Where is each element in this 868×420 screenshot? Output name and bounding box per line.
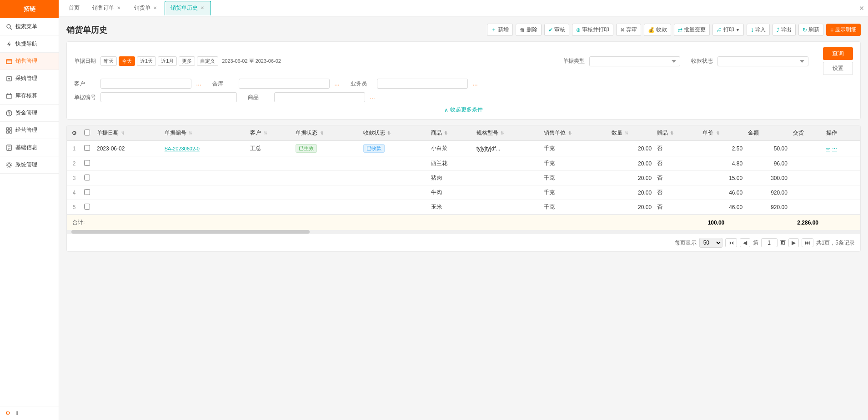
setting-button[interactable]: 设置 [823,62,853,75]
col-unit[interactable]: 销售单位 ⇅ [541,125,609,141]
cell-checkbox [81,141,94,156]
page-size-select[interactable]: 50 10 20 100 [699,238,722,248]
cell-doc-status: 已生效 [293,141,361,156]
cell-price: 15.00 [700,171,745,185]
col-pay-status[interactable]: 收款状态 ⇅ [361,125,428,141]
first-page-button[interactable]: ⏮ [725,238,737,247]
date-last7-btn[interactable]: 近1天 [137,56,156,66]
sidebar-item-purchase[interactable]: 采购管理 [0,70,59,87]
sort-icon: ⇅ [320,131,324,135]
row-checkbox[interactable] [84,175,90,180]
sidebar-item-basic-info[interactable]: 基础信息 [0,139,59,156]
date-last30-btn[interactable]: 近1月 [158,56,177,66]
col-price[interactable]: 单价 ⇅ [700,125,745,141]
abandon-button[interactable]: ✖ 弃审 [616,24,641,36]
cell-no [162,171,248,185]
col-spec[interactable]: 规格型号 ⇅ [474,125,542,141]
sidebar-item-operation[interactable]: 经营管理 [0,122,59,139]
refresh-button[interactable]: ↻ 刷新 [798,24,823,36]
warehouse-input[interactable] [239,79,330,89]
prev-page-button[interactable]: ◀ [740,238,750,247]
col-goods[interactable]: 商品 ⇅ [428,125,474,141]
delete-button[interactable]: 🗑 删除 [516,24,542,36]
doc-no-link[interactable]: SA-20230602-0 [165,146,200,151]
next-page-button[interactable]: ▶ [788,238,799,247]
cell-goods: 牛肉 [428,185,474,200]
date-custom-btn[interactable]: 自定义 [197,56,218,66]
sidebar-item-quick-nav[interactable]: 快捷导航 [0,35,59,53]
export-icon: ⤴ [777,27,779,33]
doc-type-select[interactable] [589,56,680,66]
receive-button[interactable]: 💰 收款 [644,24,671,36]
row-checkbox[interactable] [84,189,90,195]
export-button[interactable]: ⤴ 导出 [773,24,796,36]
cell-amount: 300.00 [745,171,790,185]
row-checkbox[interactable] [84,204,90,210]
goods-input[interactable] [274,92,365,102]
warehouse-dots[interactable]: … [334,80,340,87]
col-gift[interactable]: 赠品 ⇅ [654,125,700,141]
sidebar-item-inventory[interactable]: 库存核算 [0,87,59,105]
window-close-icon[interactable]: ✕ [859,5,864,12]
goods-dots[interactable]: … [370,94,375,100]
col-goods-label: 商品 [431,130,442,136]
tab-close-sales-delivery[interactable]: ✕ [152,5,158,11]
horizontal-scrollbar[interactable] [67,230,860,234]
cell-checkbox [81,200,94,215]
refresh-icon: ↻ [803,27,807,33]
last-page-button[interactable]: ⏭ [802,238,813,247]
sidebar-item-sales[interactable]: 销售管理 [0,53,59,70]
row-checkbox[interactable] [84,160,90,166]
audit-button[interactable]: ✔ 审核 [544,24,569,36]
col-doc-status[interactable]: 单据状态 ⇅ [293,125,361,141]
tab-sales-history[interactable]: 销货单历史 ✕ [165,1,211,15]
collapse-sidebar-icon[interactable]: ⏸ [14,410,20,416]
date-more-btn[interactable]: 更多 [179,56,195,66]
cell-checkbox [81,171,94,185]
tab-sales-delivery[interactable]: 销货单 ✕ [128,1,164,15]
staff-dots[interactable]: … [472,80,478,87]
page-number-input[interactable] [761,238,778,247]
tab-home[interactable]: 首页 [63,1,85,15]
col-customer[interactable]: 客户 ⇅ [247,125,293,141]
batch-change-button[interactable]: ⇄ 批量变更 [674,24,710,36]
edit-action-btn[interactable]: ✏ [826,146,830,151]
sidebar-item-label: 系统管理 [15,161,37,169]
customer-dots[interactable]: … [196,80,201,87]
col-date[interactable]: 单据日期 ⇅ [94,125,162,141]
staff-input[interactable] [377,79,468,89]
import-button[interactable]: ⤵ 导入 [747,24,770,36]
col-settings[interactable]: ⚙ [67,125,81,141]
new-button[interactable]: ＋ 新增 [487,24,513,36]
svg-line-1 [10,28,12,30]
more-action-btn[interactable]: ⋯ [832,146,837,151]
svg-rect-14 [10,131,12,133]
row-checkbox[interactable] [84,145,90,151]
date-today-btn[interactable]: 今天 [119,56,135,66]
col-no[interactable]: 单据编号 ⇅ [162,125,248,141]
pay-status-select[interactable] [717,56,808,66]
sidebar-item-finance[interactable]: ¥ 资金管理 [0,105,59,122]
customer-input[interactable] [100,79,191,89]
tab-close-sales-order[interactable]: ✕ [116,5,121,11]
query-button[interactable]: 查询 [823,47,853,60]
show-detail-button[interactable]: ≡ 显示明细 [826,24,861,36]
print-button[interactable]: 🖨 打印 ▼ [712,24,744,36]
flash-icon [5,40,13,48]
total-qty: 100.00 [708,220,725,226]
staff-label: 业务员 [351,80,373,88]
date-yesterday-btn[interactable]: 昨天 [100,56,117,66]
doc-no-input[interactable] [100,92,237,102]
sidebar-item-search-menu[interactable]: 搜索菜单 [0,18,59,35]
footer-label: 合计: [72,219,85,226]
select-all-checkbox[interactable] [84,130,90,135]
collapse-button[interactable]: ∧ 收起更多条件 [74,106,853,114]
collapse-label: 收起更多条件 [450,106,483,114]
scrollbar-thumb[interactable] [71,230,310,234]
sidebar-item-system[interactable]: 系统管理 [0,156,59,174]
tab-sales-order[interactable]: 销售订单 ✕ [86,1,127,15]
tab-close-sales-history[interactable]: ✕ [200,5,205,11]
settings-bottom-icon[interactable]: ⚙ [5,410,10,416]
col-qty[interactable]: 数量 ⇅ [609,125,654,141]
audit-print-button[interactable]: ⊕ 审核并打印 [572,24,613,36]
